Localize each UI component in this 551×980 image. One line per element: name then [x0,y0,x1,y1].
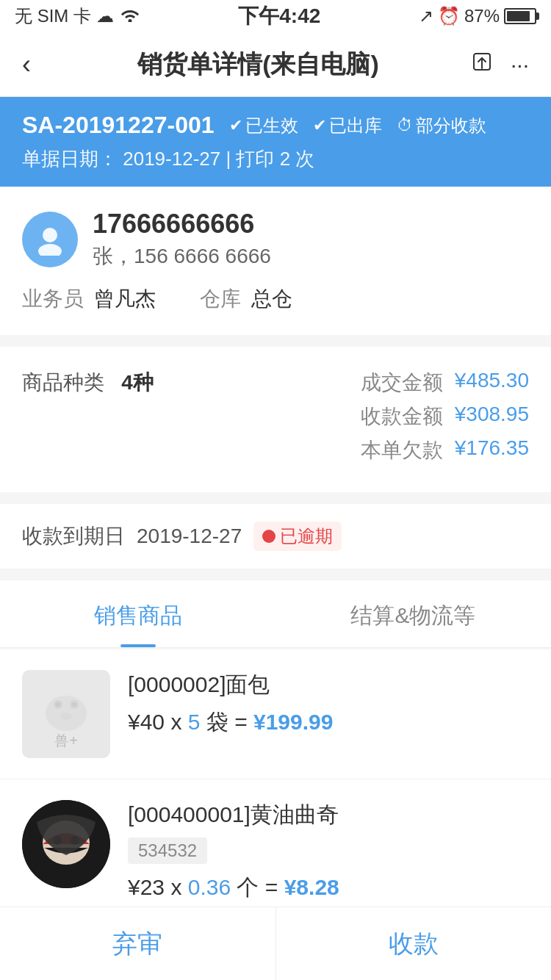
overdue-dot-icon [262,530,276,543]
product-name-bread: [0000002]面包 [128,670,529,700]
summary-section: 商品种类 4种 成交金额 ¥485.30 收款金额 ¥308.95 本单欠款 ¥… [0,347,551,492]
overdue-badge: 已逾期 [253,522,342,551]
confirm-button[interactable]: 收款 [276,907,552,980]
svg-point-8 [56,702,60,707]
customer-phone: 17666666666 [93,209,271,239]
status-left: 无 SIM 卡 ☁ [15,4,140,28]
products-section: 兽+ [0000002]面包 ¥40 x 5 袋 = ¥199.99 [0,649,551,924]
tab-settlement-label: 结算&物流等 [350,603,475,627]
tab-sales-products-label: 销售商品 [94,603,182,627]
nav-bar: ‹ 销货单详情(来自电脑) ··· [0,32,551,97]
product-price-row-bread: ¥40 x 5 袋 = ¥199.99 [128,707,529,738]
order-number: SA-20191227-001 [22,112,215,139]
status-right: ↗ ⏰ 87% [419,6,536,26]
product-item: 兽+ [0000002]面包 ¥40 x 5 袋 = ¥199.99 [0,649,551,779]
warehouse-value: 总仓 [251,285,292,313]
product-price-bread: ¥40 [128,710,165,734]
product-type-label: 商品种类 [22,371,104,394]
product-image-cookie [22,800,110,888]
product-price-row-cookie: ¥23 x 0.36 个 = ¥8.28 [128,873,529,903]
page-title: 销货单详情(来自电脑) [46,48,471,82]
status-badge-effective: ✔ 已生效 [229,114,298,137]
alarm-icon: ⏰ [438,6,460,26]
product-multiply-icon-2: x [170,875,187,899]
warehouse-label: 仓库 [200,285,241,313]
product-sku-cookie: 534532 [128,837,207,864]
product-total-bread: ¥199.99 [253,710,333,734]
check-effective-icon: ✔ [229,116,242,135]
status-partial-label: 部分收款 [416,114,486,137]
product-multiply-icon: x [170,710,187,734]
product-unit-cookie: 个 [237,875,259,899]
salesperson-label: 业务员 [22,285,84,313]
nav-actions: ··· [471,51,529,78]
svg-point-10 [60,713,72,720]
customer-section: 17666666666 张，156 6666 6666 业务员 曾凡杰 仓库 总… [0,187,551,335]
due-date-section: 收款到期日 2019-12-27 已逾期 [0,504,551,569]
more-icon[interactable]: ··· [511,52,529,77]
order-date: 2019-12-27 [123,148,220,170]
status-effective-label: 已生效 [245,114,298,137]
balance-amount: ¥176.35 [455,436,529,464]
battery-percent: 87% [464,6,500,26]
date-label: 单据日期： [22,148,118,170]
product-total-cookie: ¥8.28 [284,875,339,899]
check-shipped-icon: ✔ [313,116,326,135]
warehouse-meta: 仓库 总仓 [200,285,292,313]
svg-point-2 [38,244,62,256]
svg-point-1 [43,228,57,242]
header-banner: SA-20191227-001 ✔ 已生效 ✔ 已出库 ⏱ 部分收款 单据日期：… [0,97,551,187]
product-equals-2: = [265,875,284,899]
tab-sales-products[interactable]: 销售商品 [0,580,276,647]
product-info-cookie: [000400001]黄油曲奇 534532 ¥23 x 0.36 个 = ¥8… [128,800,529,903]
balance-label: 本单欠款 [361,436,443,464]
received-label: 收款金额 [361,403,443,430]
tabs-section: 销售商品 结算&物流等 [0,580,551,648]
bottom-bar: 弃审 收款 [0,907,551,980]
share-icon[interactable] [471,51,493,78]
customer-avatar [22,212,78,267]
due-date-label: 收款到期日 [22,522,125,550]
transaction-label: 成交金额 [361,369,443,397]
status-bar: 无 SIM 卡 ☁ 下午4:42 ↗ ⏰ 87% [0,0,551,32]
product-qty-cookie: 0.36 [188,875,231,899]
wifi-icon [120,6,140,26]
back-button[interactable]: ‹ [22,49,31,80]
product-name-cookie: [000400001]黄油曲奇 [128,800,529,830]
customer-name: 张，156 6666 6666 [93,242,271,270]
product-equals: = [234,710,253,734]
header-date-row: 单据日期： 2019-12-27 | 打印 2 次 [22,146,529,172]
product-image-bread: 兽+ [22,670,110,758]
status-time: 下午4:42 [238,2,320,30]
product-qty-bread: 5 [188,710,201,734]
partial-payment-icon: ⏱ [397,116,413,135]
salesperson-meta: 业务员 曾凡杰 [22,285,156,313]
status-badge-shipped: ✔ 已出库 [313,114,382,137]
salesperson-value: 曾凡杰 [94,285,156,313]
received-amount: ¥308.95 [455,403,529,430]
product-info-bread: [0000002]面包 ¥40 x 5 袋 = ¥199.99 [128,670,529,738]
product-unit-bread: 袋 [206,710,228,734]
battery-icon [504,8,536,24]
overdue-label: 已逾期 [280,525,333,548]
status-shipped-label: 已出库 [329,114,382,137]
cancel-button[interactable]: 弃审 [0,907,276,980]
tab-settlement[interactable]: 结算&物流等 [276,580,551,647]
product-item-cookie: [000400001]黄油曲奇 534532 ¥23 x 0.36 个 = ¥8… [0,779,551,924]
owl-placeholder-icon: 兽+ [37,678,96,751]
transaction-amount: ¥485.30 [455,369,529,397]
product-count: 4种 [121,371,154,394]
due-date-value: 2019-12-27 [137,525,242,548]
svg-point-9 [72,702,76,707]
status-badge-partial: ⏱ 部分收款 [397,114,486,137]
product-price-cookie: ¥23 [128,875,165,899]
print-info: | 打印 2 次 [226,148,314,170]
location-icon: ↗ [419,6,433,26]
sim-label: 无 SIM 卡 ☁ [15,4,114,28]
